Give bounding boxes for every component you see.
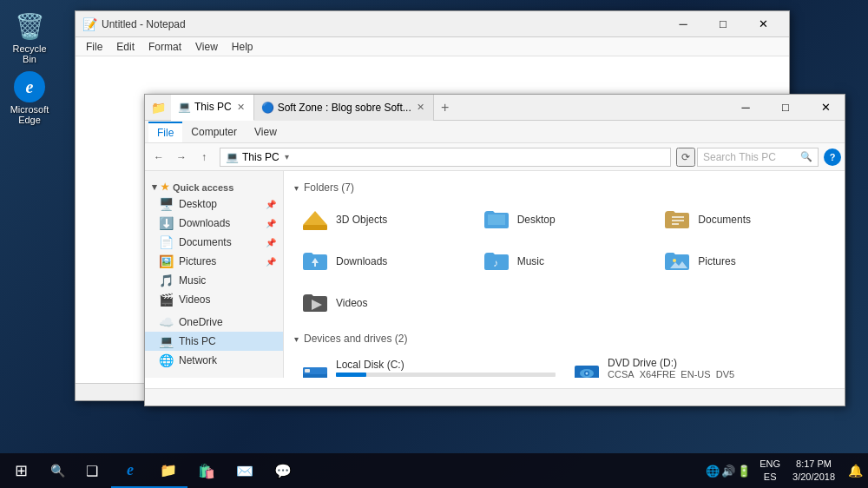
notepad-close-button[interactable]: ✕: [744, 12, 782, 36]
dvd-drive-info: DVD Drive (D:) CCSA_X64FRE_EN-US_DV5 0 b…: [608, 357, 827, 378]
nav-forward-button[interactable]: →: [171, 147, 192, 168]
svg-point-8: [673, 259, 676, 262]
folder-pictures-icon: [663, 247, 691, 275]
sidebar-item-documents[interactable]: 📄 Documents 📌: [145, 233, 283, 252]
taskbar-cortana-icon[interactable]: 💬: [264, 453, 302, 488]
music-folder-icon: 🎵: [159, 274, 174, 287]
devices-section-header[interactable]: ▾ Devices and drives (2): [294, 333, 834, 345]
add-tab-button[interactable]: +: [434, 95, 457, 121]
drives-grid: Local Disk (C:) 85.5 GB free of 99.3 GB: [294, 352, 834, 378]
taskbar-explorer-icon[interactable]: 📁: [149, 453, 187, 488]
notepad-maximize-button[interactable]: □: [704, 12, 742, 36]
notepad-minimize-button[interactable]: ─: [664, 12, 702, 36]
help-button[interactable]: ?: [824, 148, 841, 166]
nav-up-button[interactable]: ↑: [194, 147, 214, 168]
taskbar-mail-icon[interactable]: ✉️: [226, 453, 264, 488]
tray-volume-icon[interactable]: 🔊: [721, 465, 735, 478]
svg-rect-13: [305, 369, 310, 373]
notification-icon[interactable]: 🔔: [842, 453, 868, 488]
explorer-minimize-button[interactable]: ─: [727, 96, 765, 120]
search-bar[interactable]: Search This PC 🔍: [697, 148, 819, 167]
sidebar-item-network[interactable]: 🌐 Network: [145, 351, 283, 370]
explorer-titlebar: 📁 💻 This PC ✕ 🔵 Soft Zone : Blog sobre S…: [145, 95, 845, 121]
desktop: 🗑️ Recycle Bin e Microsoft Edge SoftZone…: [0, 0, 868, 488]
drive-local-disk[interactable]: Local Disk (C:) 85.5 GB free of 99.3 GB: [294, 352, 562, 378]
sidebar-item-music[interactable]: 🎵 Music: [145, 271, 283, 290]
address-dropdown[interactable]: ▾: [283, 152, 291, 162]
pin-icon: 📌: [266, 200, 276, 209]
notepad-menu-edit[interactable]: Edit: [109, 39, 141, 55]
notepad-titlebar: 📝 Untitled - Notepad ─ □ ✕: [76, 11, 789, 37]
notepad-title: Untitled - Notepad: [102, 18, 664, 30]
folder-3d-objects[interactable]: 3D Objects: [294, 201, 472, 239]
ribbon-tab-file[interactable]: File: [148, 122, 182, 142]
folder-documents[interactable]: Documents: [656, 201, 834, 239]
svg-rect-4: [672, 220, 684, 221]
sidebar-item-downloads[interactable]: ⬇️ Downloads 📌: [145, 214, 283, 233]
folder-downloads-icon: [301, 247, 329, 275]
explorer-body: ▾ ★ Quick access 🖥️ Desktop 📌 ⬇️ Downloa…: [145, 171, 845, 378]
microsoft-edge-icon[interactable]: e Microsoft Edge: [3, 68, 56, 129]
folder-desktop[interactable]: Desktop: [476, 201, 654, 239]
notepad-menu-format[interactable]: Format: [141, 39, 188, 55]
folder-documents-icon: [663, 206, 691, 234]
taskbar-language[interactable]: ENG ES: [754, 458, 786, 485]
drive-bar-fill: [336, 373, 366, 377]
folder-videos-icon: [301, 289, 329, 317]
tray-network-icon[interactable]: 🌐: [706, 465, 720, 478]
taskbar-tray: 🌐 🔊 🔋 ENG ES 8:17 PM 3/20/2018 🔔: [702, 453, 868, 488]
documents-folder-icon: 📄: [159, 235, 174, 249]
explorer-ribbon: File Computer View: [145, 121, 845, 143]
explorer-nav: ← → ↑ 💻 This PC ▾ ⟳ Search This PC 🔍 ?: [145, 143, 845, 171]
explorer-window-icon: 📁: [145, 95, 171, 121]
tab-close-this-pc[interactable]: ✕: [235, 101, 247, 114]
folder-music[interactable]: ♪ Music: [476, 242, 654, 280]
taskbar-clock[interactable]: 8:17 PM 3/20/2018: [786, 458, 842, 485]
tray-battery-icon[interactable]: 🔋: [737, 465, 751, 478]
folder-3d-objects-icon: [301, 206, 329, 234]
folders-chevron: ▾: [294, 183, 299, 193]
notepad-menu-file[interactable]: File: [79, 39, 109, 55]
folders-section-title: Folders (7): [304, 181, 354, 194]
breadcrumb: This PC: [242, 151, 279, 163]
taskbar-edge-icon[interactable]: e: [111, 453, 149, 488]
folder-videos[interactable]: Videos: [294, 284, 472, 322]
explorer-close-button[interactable]: ✕: [806, 96, 845, 120]
folders-grid: 3D Objects Desktop: [294, 201, 834, 322]
ribbon-tab-view[interactable]: View: [246, 122, 286, 142]
folders-section-header[interactable]: ▾ Folders (7): [294, 181, 834, 194]
sidebar-item-pictures[interactable]: 🖼️ Pictures 📌: [145, 252, 283, 271]
ribbon-tab-computer[interactable]: Computer: [182, 122, 246, 142]
network-icon: 🌐: [159, 353, 174, 367]
refresh-button[interactable]: ⟳: [676, 148, 695, 167]
recycle-bin-icon[interactable]: 🗑️ Recycle Bin: [3, 7, 56, 68]
taskbar-search-icon[interactable]: 🔍: [42, 453, 73, 488]
taskbar-task-view[interactable]: ❑: [73, 453, 111, 488]
explorer-statusbar: [145, 388, 845, 406]
svg-marker-0: [303, 211, 327, 225]
notepad-menu-view[interactable]: View: [188, 39, 225, 55]
folder-pictures[interactable]: Pictures: [656, 242, 834, 280]
folder-desktop-icon: [483, 206, 510, 234]
drive-bar-container: [336, 373, 556, 377]
start-button[interactable]: ⊞: [0, 453, 42, 488]
sidebar-item-onedrive[interactable]: ☁️ OneDrive: [145, 313, 283, 332]
sidebar-item-videos[interactable]: 🎬 Videos: [145, 290, 283, 309]
nav-back-button[interactable]: ←: [148, 147, 169, 168]
explorer-tab-softzone[interactable]: 🔵 Soft Zone : Blog sobre Soft... ✕: [254, 95, 434, 121]
devices-section-title: Devices and drives (2): [304, 333, 407, 345]
drive-dvd[interactable]: DVD Drive (D:) CCSA_X64FRE_EN-US_DV5 0 b…: [566, 352, 834, 378]
sidebar-item-desktop[interactable]: 🖥️ Desktop 📌: [145, 195, 283, 214]
downloads-folder-icon: ⬇️: [159, 216, 174, 230]
taskbar-store-icon[interactable]: 🛍️: [187, 453, 226, 488]
explorer-maximize-button[interactable]: □: [766, 96, 805, 120]
explorer-tab-this-pc[interactable]: 💻 This PC ✕: [171, 95, 254, 121]
tab-close-softzone[interactable]: ✕: [415, 101, 426, 114]
sidebar-item-this-pc[interactable]: 💻 This PC: [145, 332, 283, 351]
notepad-menu-help[interactable]: Help: [225, 39, 260, 55]
folder-downloads[interactable]: Downloads: [294, 242, 472, 280]
this-pc-icon: 💻: [159, 334, 174, 348]
pin-icon-documents: 📌: [266, 238, 276, 247]
address-bar[interactable]: 💻 This PC ▾: [220, 148, 671, 167]
notepad-icon: 📝: [82, 17, 96, 31]
